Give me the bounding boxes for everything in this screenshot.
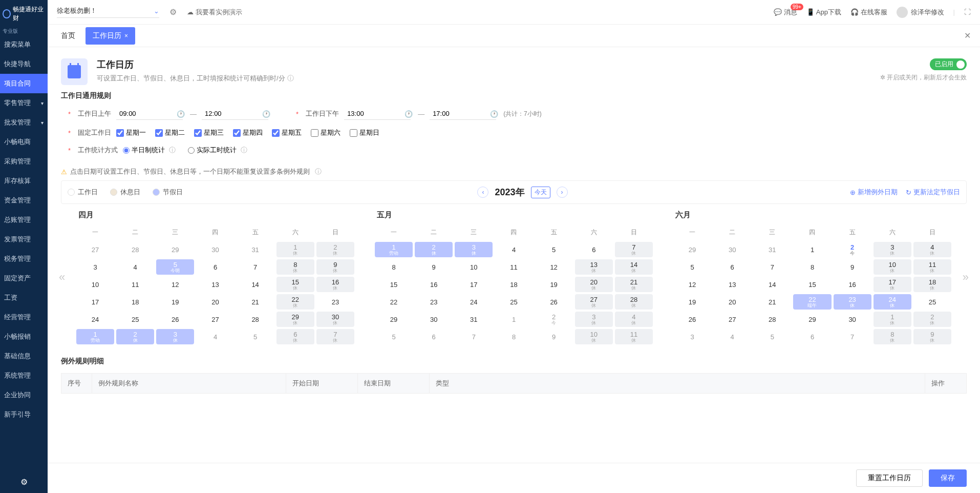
calendar-day[interactable]: 7 bbox=[455, 329, 493, 344]
calendar-day[interactable]: 16 bbox=[415, 277, 453, 292]
calendar-day[interactable]: 24 bbox=[76, 312, 114, 327]
scroll-right-button[interactable]: » bbox=[963, 271, 969, 284]
nav-item[interactable]: 系统管理 bbox=[0, 366, 48, 385]
calendar-day[interactable]: 6 bbox=[415, 329, 453, 344]
calendar-day[interactable]: 29 bbox=[375, 312, 413, 327]
calendar-day[interactable]: 29 bbox=[793, 312, 831, 327]
calendar-day[interactable]: 25 bbox=[913, 294, 951, 310]
nav-item[interactable]: 采购管理 bbox=[0, 152, 48, 171]
nav-item[interactable]: 小畅电商 bbox=[0, 132, 48, 152]
calendar-day[interactable]: 1 bbox=[495, 312, 532, 327]
calendar-day[interactable]: 1休 bbox=[276, 242, 314, 257]
nav-item[interactable]: 库存核算 bbox=[0, 171, 48, 191]
calendar-day[interactable]: 5 bbox=[237, 329, 274, 344]
weekday-checkbox[interactable]: 星期日 bbox=[350, 128, 379, 137]
nav-item[interactable]: 项目合同 bbox=[0, 74, 48, 93]
calendar-day[interactable]: 12 bbox=[673, 277, 711, 292]
calendar-day[interactable]: 6 bbox=[575, 242, 613, 257]
calendar-day[interactable]: 30 bbox=[713, 242, 751, 257]
calendar-day[interactable]: 14 bbox=[753, 277, 791, 292]
calendar-day[interactable]: 20休 bbox=[575, 277, 613, 292]
calendar-day[interactable]: 9休 bbox=[316, 259, 354, 275]
calendar-day[interactable]: 4 bbox=[196, 329, 234, 344]
help-icon[interactable]: ⓘ bbox=[287, 74, 294, 82]
calendar-day[interactable]: 28 bbox=[753, 312, 791, 327]
calendar-day[interactable]: 24 bbox=[455, 294, 493, 310]
message-button[interactable]: 💬 消息 99+ bbox=[774, 8, 797, 17]
calendar-day[interactable]: 23 bbox=[415, 294, 453, 310]
reset-button[interactable]: 重置工作日历 bbox=[856, 469, 923, 487]
calendar-day[interactable]: 2休 bbox=[316, 242, 354, 257]
nav-item[interactable]: 小畅报销 bbox=[0, 327, 48, 346]
calendar-day[interactable]: 23 bbox=[316, 294, 354, 310]
calendar-day[interactable]: 11 bbox=[116, 277, 154, 292]
afternoon-end-input[interactable] bbox=[430, 108, 496, 120]
nav-item[interactable]: 总账管理 bbox=[0, 210, 48, 230]
calendar-day[interactable]: 21 bbox=[753, 294, 791, 310]
tab[interactable]: 首页 bbox=[54, 27, 82, 45]
calendar-day[interactable]: 17休 bbox=[874, 277, 911, 292]
calendar-day[interactable]: 20 bbox=[713, 294, 751, 310]
org-selector[interactable]: 徐老板勿删！ ⌄ bbox=[57, 6, 159, 18]
nav-item[interactable]: 搜索菜单 bbox=[0, 35, 48, 54]
calendar-day[interactable]: 7休 bbox=[316, 329, 354, 344]
calendar-day[interactable]: 29 bbox=[156, 242, 194, 257]
nav-item[interactable]: 基础信息 bbox=[0, 346, 48, 366]
calendar-day[interactable]: 8 bbox=[375, 259, 413, 275]
calendar-day[interactable]: 3休 bbox=[575, 312, 613, 327]
weekday-checkbox[interactable]: 星期一 bbox=[116, 128, 146, 137]
calendar-day[interactable]: 11 bbox=[495, 259, 532, 275]
nav-item[interactable]: 新手引导 bbox=[0, 405, 48, 424]
calendar-day[interactable]: 5 bbox=[535, 242, 573, 257]
calendar-day[interactable]: 12 bbox=[535, 259, 573, 275]
add-exception-button[interactable]: ⊕新增例外日期 bbox=[850, 188, 898, 197]
nav-item[interactable]: 工资 bbox=[0, 288, 48, 307]
calendar-day[interactable]: 22 bbox=[375, 294, 413, 310]
calendar-day[interactable]: 23休 bbox=[834, 294, 871, 310]
calendar-day[interactable]: 18 bbox=[495, 277, 532, 292]
calendar-day[interactable]: 9 bbox=[535, 329, 573, 344]
demo-link[interactable]: ☁ 我要看实例演示 bbox=[187, 8, 242, 17]
calendar-day[interactable]: 4 bbox=[713, 329, 751, 344]
nav-item[interactable]: 快捷导航 bbox=[0, 54, 48, 74]
nav-item[interactable]: 经营管理 bbox=[0, 307, 48, 327]
calendar-day[interactable]: 4 bbox=[116, 259, 154, 275]
weekday-checkbox[interactable]: 星期五 bbox=[272, 128, 302, 137]
calendar-day[interactable]: 4休 bbox=[913, 242, 951, 257]
calendar-day[interactable]: 27 bbox=[196, 312, 234, 327]
close-all-tabs[interactable]: ✕ bbox=[961, 28, 974, 44]
calendar-day[interactable]: 17 bbox=[455, 277, 493, 292]
calendar-day[interactable]: 28休 bbox=[615, 294, 653, 310]
calendar-day[interactable]: 30 bbox=[415, 312, 453, 327]
calendar-day[interactable]: 6 bbox=[196, 259, 234, 275]
calendar-day[interactable]: 11休 bbox=[913, 259, 951, 275]
update-holiday-button[interactable]: ↻更新法定节假日 bbox=[906, 188, 960, 197]
calendar-day[interactable]: 5 bbox=[753, 329, 791, 344]
save-button[interactable]: 保存 bbox=[929, 469, 967, 487]
weekday-checkbox[interactable]: 星期二 bbox=[155, 128, 185, 137]
calendar-day[interactable]: 8休 bbox=[874, 329, 911, 344]
calendar-day[interactable]: 19 bbox=[156, 294, 194, 310]
calendar-day[interactable]: 3 bbox=[76, 259, 114, 275]
settings-gear-icon[interactable]: ⚙ bbox=[0, 471, 48, 493]
calendar-day[interactable]: 16 bbox=[834, 277, 871, 292]
today-button[interactable]: 今天 bbox=[531, 187, 550, 198]
calendar-day[interactable]: 5 bbox=[375, 329, 413, 344]
calendar-day[interactable]: 8 bbox=[495, 329, 532, 344]
calendar-day[interactable]: 26 bbox=[673, 312, 711, 327]
calendar-day[interactable]: 6 bbox=[793, 329, 831, 344]
calendar-day[interactable]: 7 bbox=[834, 329, 871, 344]
calendar-day[interactable]: 31 bbox=[237, 242, 274, 257]
nav-item[interactable]: 发票管理 bbox=[0, 230, 48, 249]
calendar-day[interactable]: 2休 bbox=[913, 312, 951, 327]
nav-item[interactable]: 企业协同 bbox=[0, 385, 48, 405]
gear-icon[interactable]: ⚙ bbox=[169, 7, 177, 17]
calendar-day[interactable]: 8休 bbox=[276, 259, 314, 275]
calendar-day[interactable]: 5 bbox=[673, 259, 711, 275]
nav-item[interactable]: 税务管理 bbox=[0, 249, 48, 269]
calendar-day[interactable]: 8 bbox=[793, 259, 831, 275]
calendar-day[interactable]: 3休 bbox=[156, 329, 194, 344]
nav-item[interactable]: 资金管理 bbox=[0, 191, 48, 210]
morning-end-input[interactable] bbox=[202, 108, 268, 120]
calendar-day[interactable]: 6 bbox=[713, 259, 751, 275]
